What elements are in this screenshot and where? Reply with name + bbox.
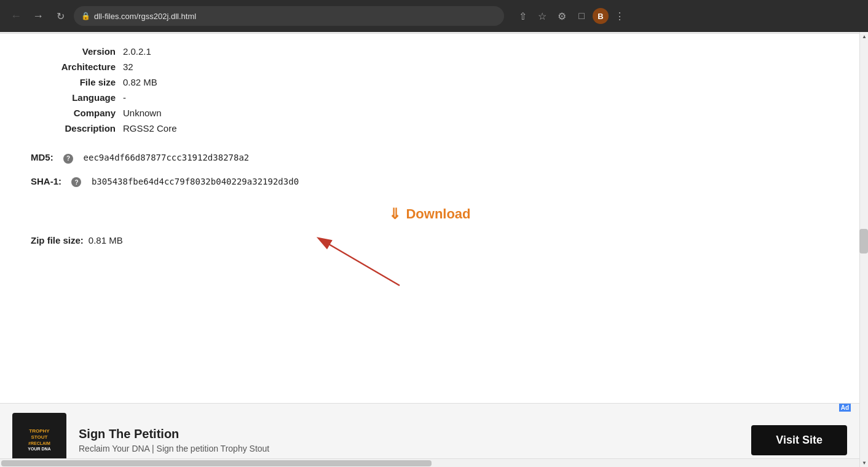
url-text: dll-files.com/rgss202j.dll.html [94,12,497,21]
ad-logo-hashtag: #RECLAIM [28,441,50,446]
architecture-row: Architecture 32 [31,62,829,72]
sha1-row: SHA-1: ? b305438fbe64d4cc79f8032b040229a… [31,176,829,188]
ad-subtitle: Reclaim Your DNA | Sign the petition Tro… [79,444,739,453]
filesize-row: File size 0.82 MB [31,77,829,87]
ad-title: Sign The Petition [79,427,739,441]
version-value: 2.0.2.1 [123,46,151,57]
browser-chrome: ← → ↻ 🔒 dll-files.com/rgss202j.dll.html … [0,0,868,32]
bottom-scrollbar-thumb[interactable] [1,460,432,466]
page-content: Version 2.0.2.1 Architecture 32 File siz… [0,32,859,467]
menu-button[interactable]: ⋮ [611,7,628,25]
architecture-value: 32 [123,62,133,72]
sha1-help-icon[interactable]: ? [71,177,81,187]
download-icon: ⇓ [389,206,401,223]
sha1-label: SHA-1: [31,176,61,186]
reload-button[interactable]: ↻ [52,7,69,25]
ad-indicator: Ad [839,404,851,412]
description-row: Description RGSS2 Core [31,123,829,134]
file-info-table: Version 2.0.2.1 Architecture 32 File siz… [31,46,829,134]
ad-logo-dna: YOUR DNA [28,447,50,452]
main-content: Version 2.0.2.1 Architecture 32 File siz… [0,34,859,403]
scrollbar-down-arrow[interactable]: ▼ [860,458,868,467]
download-section: ⇓ Download [31,206,829,223]
language-label: Language [31,92,123,103]
page-wrapper: Version 2.0.2.1 Architecture 32 File siz… [0,32,859,467]
address-bar[interactable]: 🔒 dll-files.com/rgss202j.dll.html [74,6,504,26]
scrollbar-track: ▲ ▼ [859,32,868,467]
filesize-value: 0.82 MB [123,77,157,87]
md5-help-icon[interactable]: ? [63,154,73,164]
version-row: Version 2.0.2.1 [31,46,829,57]
md5-label: MD5: [31,152,53,162]
download-label: Download [406,206,470,222]
forward-button[interactable]: → [30,7,47,25]
sha1-value: b305438fbe64d4cc79f8032b040229a32192d3d0 [92,177,299,186]
zip-label: Zip file size: [31,235,84,245]
md5-row: MD5: ? eec9a4df66d87877ccc31912d38278a2 [31,152,829,164]
company-label: Company [31,108,123,118]
back-button[interactable]: ← [7,7,25,25]
share-button[interactable]: ⇧ [514,7,531,25]
svg-line-1 [326,242,400,285]
ad-logo-inner: TROPHYSTOUT #RECLAIM YOUR DNA [28,428,50,452]
extensions-button[interactable]: ⚙ [553,7,570,25]
scrollbar-up-arrow[interactable]: ▲ [860,32,868,41]
download-link[interactable]: ⇓ Download [389,206,470,223]
description-label: Description [31,123,123,134]
ad-logo-title: TROPHYSTOUT [28,428,50,440]
browser-actions: ⇧ ☆ ⚙ □ B ⋮ [514,7,628,25]
ad-text: Sign The Petition Reclaim Your DNA | Sig… [79,427,739,453]
profile-button[interactable]: B [593,8,609,24]
page-container: Version 2.0.2.1 Architecture 32 File siz… [0,32,868,467]
zip-value: 0.81 MB [89,235,123,245]
bottom-scrollbar[interactable] [0,458,859,467]
language-row: Language - [31,92,829,103]
bookmark-button[interactable]: ☆ [534,7,551,25]
md5-value: eec9a4df66d87877ccc31912d38278a2 [84,153,250,162]
ad-visit-site-button[interactable]: Visit Site [751,425,847,455]
company-value: Unknown [123,108,162,118]
ad-banner: Ad TROPHYSTOUT #RECLAIM YOUR DNA Sign Th… [0,403,859,467]
zip-row: Zip file size: 0.81 MB [31,235,829,245]
filesize-label: File size [31,77,123,87]
language-value: - [123,92,126,103]
company-row: Company Unknown [31,108,829,118]
description-value: RGSS2 Core [123,123,177,134]
lock-icon: 🔒 [81,12,90,20]
version-label: Version [31,46,123,57]
tab-button[interactable]: □ [573,7,590,25]
architecture-label: Architecture [31,62,123,72]
scrollbar-thumb[interactable] [859,229,868,253]
